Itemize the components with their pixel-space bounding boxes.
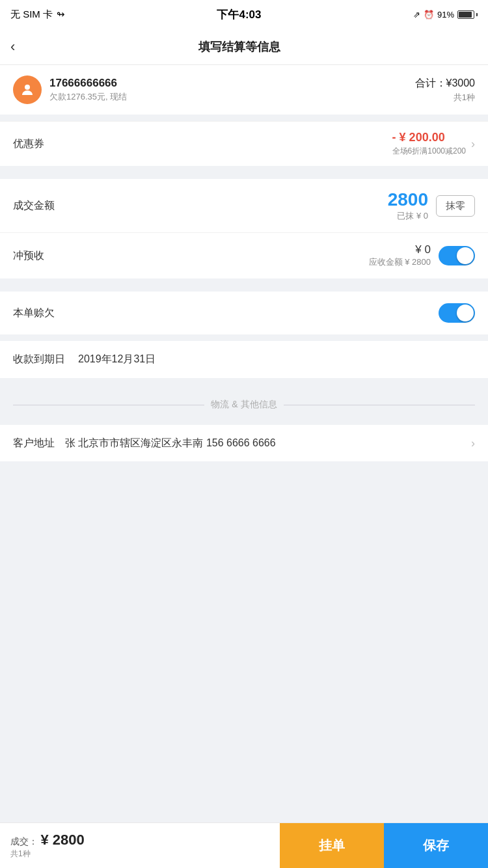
debt-label: 本单赊欠 <box>13 306 55 320</box>
toggle-knob <box>457 247 474 264</box>
deal-amount-label: 成交金额 <box>13 199 55 213</box>
bottom-deal-label: 成交： <box>10 836 38 847</box>
coupon-info: - ¥ 200.00 全场6折满1000减200 <box>392 131 466 157</box>
logistics-sep-text: 物流 & 其他信息 <box>211 399 277 411</box>
coupon-row[interactable]: 优惠券 - ¥ 200.00 全场6折满1000减200 › <box>0 121 488 166</box>
bottom-summary: 成交： ¥ 2800 共1种 <box>0 832 280 860</box>
customer-row: 17666666666 欠款1276.35元, 现结 合计：¥3000 共1种 <box>0 65 488 115</box>
debt-toggle-knob <box>457 305 474 321</box>
customer-info: 17666666666 欠款1276.35元, 现结 <box>49 77 127 103</box>
bottom-count: 共1种 <box>10 848 269 860</box>
duedate-row: 收款到期日 2019年12月31日 <box>0 341 488 378</box>
save-button[interactable]: 保存 <box>384 823 488 869</box>
status-left: 无 SIM 卡 ↬ <box>10 8 65 21</box>
address-chevron-icon: › <box>471 435 475 450</box>
sep-line-left <box>13 405 204 405</box>
page-title: 填写结算等信息 <box>20 39 458 55</box>
pending-button[interactable]: 挂单 <box>280 823 384 869</box>
customer-phone: 17666666666 <box>49 77 127 90</box>
prepay-sub: 应收金额 ¥ 2800 <box>369 256 431 268</box>
coupon-label: 优惠券 <box>13 137 44 151</box>
deal-amount-row: 成交金额 2800 已抹 ¥ 0 抹零 <box>0 179 488 232</box>
prepay-amount: ¥ 0 <box>369 243 431 256</box>
main-content: 17666666666 欠款1276.35元, 现结 合计：¥3000 共1种 … <box>0 65 488 598</box>
alarm-icon: ⏰ <box>424 10 434 20</box>
bottom-bar: 成交： ¥ 2800 共1种 挂单 保存 <box>0 822 488 868</box>
prepay-toggle[interactable] <box>439 246 475 265</box>
bottom-deal-line: 成交： ¥ 2800 <box>10 832 269 848</box>
total-amount: 合计：¥3000 <box>415 77 476 90</box>
deal-amount-value: 2800 <box>388 189 428 210</box>
duedate-value: 2019年12月31日 <box>78 353 156 366</box>
spacer <box>0 468 488 546</box>
bottom-deal-amount: ¥ 2800 <box>40 832 84 848</box>
sep-line-right <box>284 405 475 405</box>
coupon-right: - ¥ 200.00 全场6折满1000减200 › <box>392 131 475 157</box>
customer-subtext: 欠款1276.35元, 现结 <box>49 91 127 103</box>
battery-percent: 91% <box>437 10 454 20</box>
total-count: 共1种 <box>415 92 476 103</box>
address-value: 张 北京市市辖区海淀区永丰南 156 6666 6666 <box>65 435 466 451</box>
status-bar: 无 SIM 卡 ↬ 下午4:03 ⇗ ⏰ 91% <box>0 0 488 29</box>
wifi-icon: ↬ <box>57 8 65 20</box>
coupon-discount: - ¥ 200.00 <box>392 131 466 144</box>
logistics-separator: 物流 & 其他信息 <box>0 391 488 418</box>
customer-left: 17666666666 欠款1276.35元, 现结 <box>13 75 127 104</box>
deal-right: 2800 已抹 ¥ 0 抹零 <box>388 189 475 222</box>
location-icon: ⇗ <box>413 10 420 20</box>
prepay-right: ¥ 0 应收金额 ¥ 2800 <box>369 243 475 268</box>
deal-amount-info: 2800 已抹 ¥ 0 <box>388 189 428 222</box>
prepay-row: 冲预收 ¥ 0 应收金额 ¥ 2800 <box>0 232 488 278</box>
address-row[interactable]: 客户地址 张 北京市市辖区海淀区永丰南 156 6666 6666 › <box>0 425 488 461</box>
status-right: ⇗ ⏰ 91% <box>413 10 478 20</box>
address-label: 客户地址 <box>13 435 55 450</box>
section-divider-2 <box>0 278 488 285</box>
nav-bar: ‹ 填写结算等信息 <box>0 29 488 65</box>
battery-icon <box>457 10 478 19</box>
status-time: 下午4:03 <box>217 7 261 22</box>
section-divider-1 <box>0 172 488 179</box>
chevron-right-icon: › <box>471 137 475 151</box>
customer-right: 合计：¥3000 共1种 <box>415 77 476 103</box>
debt-row: 本单赊欠 <box>0 292 488 334</box>
svg-point-0 <box>25 85 30 90</box>
round-button[interactable]: 抹零 <box>436 195 475 217</box>
prepay-info: ¥ 0 应收金额 ¥ 2800 <box>369 243 431 268</box>
prepay-label: 冲预收 <box>13 249 44 263</box>
debt-toggle[interactable] <box>439 303 475 323</box>
coupon-detail: 全场6折满1000减200 <box>392 146 466 157</box>
back-button[interactable]: ‹ <box>10 36 20 58</box>
duedate-label: 收款到期日 <box>13 353 65 366</box>
deal-sub: 已抹 ¥ 0 <box>388 210 428 222</box>
deal-section: 成交金额 2800 已抹 ¥ 0 抹零 冲预收 ¥ 0 应收金额 ¥ 2800 <box>0 179 488 278</box>
avatar <box>13 75 42 104</box>
carrier-text: 无 SIM 卡 <box>10 8 53 21</box>
section-divider-3 <box>0 385 488 391</box>
